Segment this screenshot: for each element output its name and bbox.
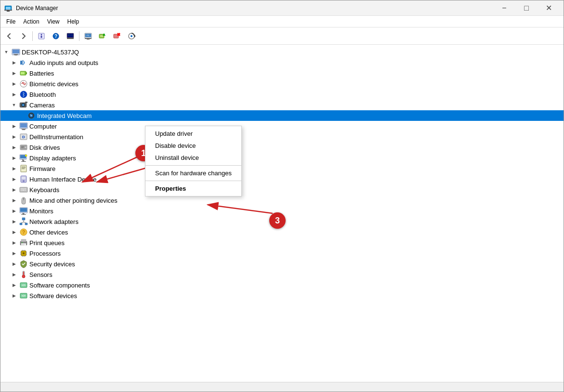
tree-item-cameras[interactable]: ▼ Cameras xyxy=(0,100,564,110)
tree-root[interactable]: ▼ DESKTOP-4L537JQ xyxy=(0,47,564,57)
security-expander[interactable]: ▶ xyxy=(10,260,18,268)
svg-rect-83 xyxy=(21,214,26,215)
properties-toolbar-button[interactable] xyxy=(35,29,48,43)
hid-icon xyxy=(19,175,28,183)
tree-item-computer[interactable]: ▶ Computer xyxy=(0,121,564,131)
computer-icon xyxy=(19,122,28,131)
tree-item-software-dev[interactable]: ▶ </> Software devices xyxy=(0,290,564,301)
dell-expander[interactable]: ▶ xyxy=(10,133,18,141)
console-button[interactable]: C:\ xyxy=(64,29,77,43)
menu-view[interactable]: View xyxy=(43,17,64,26)
tree-item-dell[interactable]: ▶ D DellInstrumentation xyxy=(0,131,564,142)
tree-item-keyboards[interactable]: ▶ Keyboards xyxy=(0,184,564,195)
sensors-expander[interactable]: ▶ xyxy=(10,271,18,278)
svg-rect-93 xyxy=(21,239,26,242)
firmware-label: Firmware xyxy=(29,165,55,172)
tree-item-display[interactable]: ▶ Display adapters xyxy=(0,153,564,163)
print-icon xyxy=(19,238,28,247)
biometric-label: Biometric devices xyxy=(29,80,79,88)
other-expander[interactable]: ▶ xyxy=(10,228,18,236)
tree-item-biometric[interactable]: ▶ Biometric devices xyxy=(0,78,564,89)
svg-rect-100 xyxy=(23,252,25,254)
processors-expander[interactable]: ▶ xyxy=(10,249,18,257)
close-button[interactable]: ✕ xyxy=(538,0,560,16)
svg-rect-48 xyxy=(20,123,27,128)
device-manager-window: Device Manager − □ ✕ File Action View He… xyxy=(0,0,564,392)
tree-item-disk[interactable]: ▶ Disk drives xyxy=(0,142,564,153)
tree-item-mice[interactable]: ▶ Mice and other pointing devices xyxy=(0,195,564,206)
display-expander[interactable]: ▶ xyxy=(10,154,18,162)
svg-rect-84 xyxy=(22,218,25,220)
svg-rect-75 xyxy=(25,188,26,189)
back-button[interactable] xyxy=(2,29,16,43)
batteries-expander[interactable]: ▶ xyxy=(10,69,18,77)
software-dev-expander[interactable]: ▶ xyxy=(10,292,18,300)
window-title: Device Manager xyxy=(16,5,493,12)
menu-file[interactable]: File xyxy=(2,17,19,26)
tree-item-software-comp[interactable]: ▶ </> Software components xyxy=(0,280,564,290)
tree-item-webcam[interactable]: Integrated Webcam xyxy=(0,110,564,121)
tree-item-other[interactable]: ▶ ? Other devices xyxy=(0,227,564,237)
bluetooth-expander[interactable]: ▶ xyxy=(10,91,18,98)
tree-item-audio[interactable]: ▶ Audio inputs and outputs xyxy=(0,57,564,68)
network-expander[interactable]: ▶ xyxy=(10,218,18,225)
webcam-icon xyxy=(27,111,36,120)
menu-help[interactable]: Help xyxy=(64,17,83,26)
svg-marker-25 xyxy=(134,35,135,38)
keyboards-label: Keyboards xyxy=(29,186,59,194)
svg-rect-3 xyxy=(7,11,10,12)
monitors-expander[interactable]: ▶ xyxy=(10,207,18,215)
tree-item-firmware[interactable]: ▶ Firmware xyxy=(0,163,564,174)
hid-expander[interactable]: ▶ xyxy=(10,175,18,183)
webcam-expander[interactable] xyxy=(18,112,26,119)
cameras-expander[interactable]: ▼ xyxy=(10,101,18,109)
keyboards-expander[interactable]: ▶ xyxy=(10,186,18,194)
context-menu-disable-device[interactable]: Disable device xyxy=(145,140,241,152)
tree-item-print[interactable]: ▶ Print queues xyxy=(0,237,564,248)
svg-rect-19 xyxy=(100,35,103,37)
maximize-button[interactable]: □ xyxy=(515,0,538,16)
svg-point-5 xyxy=(41,34,42,35)
scan-button[interactable] xyxy=(125,29,138,43)
remove-device-button[interactable] xyxy=(110,29,124,43)
processors-icon xyxy=(19,249,28,258)
svg-text:D: D xyxy=(22,135,25,139)
tree-item-batteries[interactable]: ▶ Batteries xyxy=(0,68,564,78)
tree-item-sensors[interactable]: ▶ Sensors xyxy=(0,269,564,280)
status-bar xyxy=(0,382,564,392)
tree-item-hid[interactable]: ▶ Human Interface Device xyxy=(0,174,564,184)
context-menu-scan-changes[interactable]: Scan for hardware changes xyxy=(145,167,241,179)
svg-rect-28 xyxy=(13,50,19,53)
context-menu-properties[interactable]: Properties xyxy=(145,183,241,195)
svg-point-55 xyxy=(25,146,26,148)
print-expander[interactable]: ▶ xyxy=(10,239,18,247)
firmware-expander[interactable]: ▶ xyxy=(10,165,18,172)
add-driver-button[interactable] xyxy=(96,29,109,43)
svg-rect-30 xyxy=(14,55,17,56)
software-comp-expander[interactable]: ▶ xyxy=(10,281,18,289)
tree-item-processors[interactable]: ▶ xyxy=(0,248,564,259)
title-bar: Device Manager − □ ✕ xyxy=(0,0,564,16)
computer-expander[interactable]: ▶ xyxy=(10,122,18,130)
svg-rect-50 xyxy=(22,130,25,131)
annotation-3: 3 xyxy=(269,212,286,229)
help-toolbar-button[interactable]: ? xyxy=(49,29,63,43)
audio-expander[interactable]: ▶ xyxy=(10,59,18,66)
tree-item-security[interactable]: ▶ Security devices xyxy=(0,259,564,269)
context-menu-update-driver[interactable]: Update driver xyxy=(145,128,241,140)
minimize-button[interactable]: − xyxy=(493,0,515,16)
root-expander[interactable]: ▼ xyxy=(2,48,10,56)
cameras-icon xyxy=(19,101,28,109)
context-menu-uninstall-device[interactable]: Uninstall device xyxy=(145,152,241,164)
computer-button[interactable]: PC xyxy=(81,29,95,43)
audio-icon xyxy=(19,58,28,67)
mice-expander[interactable]: ▶ xyxy=(10,196,18,204)
context-menu: Update driver Disable device Uninstall d… xyxy=(145,126,242,196)
context-menu-sep-2 xyxy=(145,181,241,181)
biometric-expander[interactable]: ▶ xyxy=(10,80,18,88)
disk-expander[interactable]: ▶ xyxy=(10,144,18,151)
menu-action[interactable]: Action xyxy=(19,17,43,26)
forward-button[interactable] xyxy=(17,29,30,43)
hid-label: Human Interface Device xyxy=(29,176,96,183)
tree-item-bluetooth[interactable]: ▶ ᛒ Bluetooth xyxy=(0,89,564,100)
